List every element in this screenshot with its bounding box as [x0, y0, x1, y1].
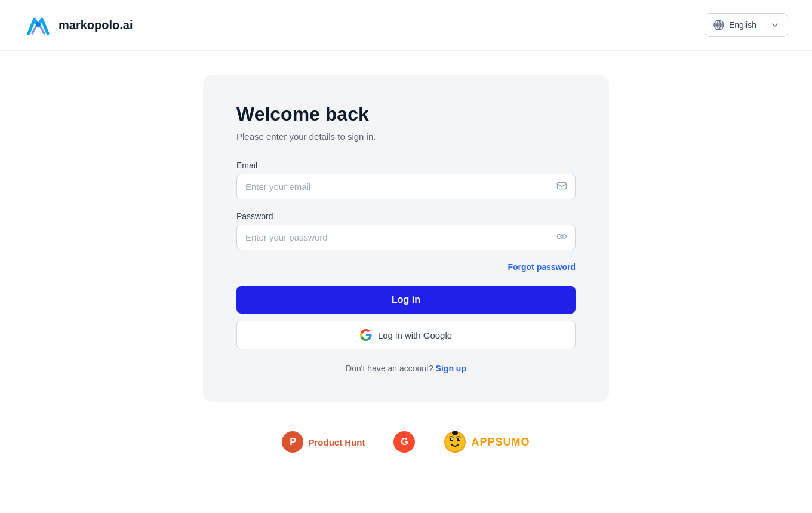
appsumo-face-icon [444, 431, 466, 453]
email-group: Email [236, 161, 576, 199]
signup-link[interactable]: Sign up [436, 364, 466, 373]
product-hunt-label: Product Hunt [308, 437, 365, 447]
email-input[interactable] [236, 174, 576, 199]
password-label: Password [236, 211, 576, 221]
forgot-password-row: Forgot password [236, 262, 576, 272]
language-label: English [729, 20, 756, 30]
google-login-button[interactable]: Log in with Google [236, 321, 576, 349]
markopolo-logo-icon [24, 11, 53, 39]
language-selector[interactable]: English [705, 13, 788, 37]
chevron-down-icon [771, 21, 779, 29]
product-hunt-badge: P Product Hunt [282, 431, 365, 453]
appsumo-badge: APPSUMO [444, 431, 530, 453]
google-button-label: Log in with Google [378, 330, 452, 340]
signup-row: Don't have an account? Sign up [236, 364, 576, 373]
password-input[interactable] [236, 225, 576, 250]
svg-point-8 [451, 438, 453, 440]
svg-point-3 [561, 235, 563, 238]
signup-prompt: Don't have an account? [346, 364, 433, 373]
product-hunt-icon: P [282, 431, 303, 453]
password-input-wrapper [236, 225, 576, 250]
footer-logos: P Product Hunt G [282, 431, 530, 453]
welcome-title: Welcome back [236, 103, 576, 125]
main-content: Welcome back Please enter your details t… [0, 51, 812, 489]
password-group: Password [236, 211, 576, 250]
login-card: Welcome back Please enter your details t… [203, 75, 609, 402]
g2-badge: G [393, 431, 415, 453]
logo-text: markopolo.ai [59, 19, 133, 32]
svg-point-9 [459, 438, 460, 440]
login-button[interactable]: Log in [236, 286, 576, 314]
forgot-password-link[interactable]: Forgot password [508, 262, 576, 272]
welcome-subtitle: Please enter your details to sign in. [236, 131, 576, 142]
svg-rect-11 [454, 432, 456, 435]
logo-area: markopolo.ai [24, 11, 133, 39]
eye-icon[interactable] [556, 231, 567, 244]
google-g-icon [360, 329, 372, 341]
svg-point-7 [457, 438, 460, 441]
svg-point-2 [558, 234, 567, 239]
svg-point-6 [450, 438, 453, 441]
email-label: Email [236, 161, 576, 170]
globe-icon [713, 20, 724, 30]
email-icon [556, 180, 567, 193]
g2-icon: G [393, 431, 415, 453]
appsumo-label: APPSUMO [471, 436, 530, 449]
svg-rect-1 [558, 182, 567, 189]
email-input-wrapper [236, 174, 576, 199]
header: markopolo.ai English [0, 0, 812, 51]
